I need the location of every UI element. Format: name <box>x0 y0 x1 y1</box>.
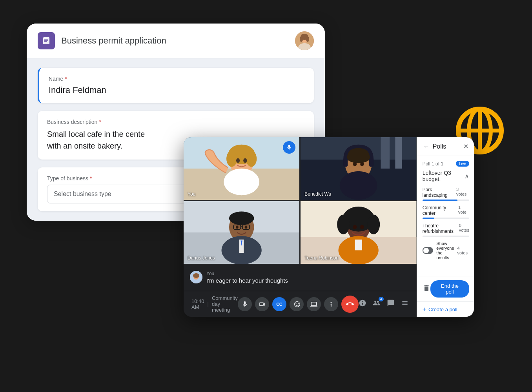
chat-message: You I'm eager to hear your thoughts <box>190 268 410 287</box>
required-indicator: * <box>65 76 67 82</box>
show-results-votes: 4 votes <box>457 246 470 255</box>
poll-bar-track-2 <box>423 218 470 219</box>
tile-label-teena: Teena Robinson <box>304 255 339 261</box>
name-label: Name * <box>49 76 304 82</box>
polls-title-row: ← Polls <box>423 143 446 150</box>
end-call-button[interactable] <box>341 296 359 313</box>
svg-point-13 <box>300 36 303 42</box>
svg-point-19 <box>226 151 237 167</box>
name-value: Indira Feldman <box>49 85 304 95</box>
svg-point-22 <box>236 158 240 163</box>
poll-number: Poll 1 of 1 <box>423 161 443 167</box>
video-tile-benedict: Benedict Wu <box>301 137 416 200</box>
poll-question: Leftover Q3 budget. ∧ <box>423 170 470 182</box>
activities-button[interactable] <box>401 299 409 309</box>
video-bottom-bar: 10:40 AM | Community day meeting <box>184 291 417 317</box>
show-results-label: Show everyone the results <box>436 241 454 260</box>
video-grid-area: You <box>184 137 417 317</box>
poll-option-2: Community center 1 vote <box>423 205 470 219</box>
svg-point-38 <box>229 212 254 225</box>
mic-button[interactable] <box>238 297 252 311</box>
chat-button[interactable] <box>387 299 395 309</box>
delete-poll-button[interactable] <box>423 284 430 294</box>
tile-label-you: You <box>188 191 195 197</box>
svg-point-23 <box>243 158 247 163</box>
end-poll-button[interactable]: End the poll <box>430 280 470 298</box>
camera-button[interactable] <box>255 297 269 311</box>
poll-bar-track-3 <box>423 236 470 237</box>
more-options-button[interactable] <box>324 297 338 311</box>
user-avatar <box>295 31 314 50</box>
polls-close-button[interactable]: ✕ <box>463 143 468 150</box>
video-tile-teena: Teena Robinson <box>301 201 416 264</box>
polls-title: Polls <box>433 143 446 150</box>
control-buttons: CC <box>238 296 359 313</box>
show-results-toggle[interactable] <box>423 247 434 254</box>
svg-rect-4 <box>43 37 49 44</box>
divider: | <box>208 301 209 307</box>
poll-option-3: Theatre refurbishments 0 votes <box>423 223 470 237</box>
captions-button[interactable]: CC <box>272 297 286 311</box>
meeting-time: 10:40 AM <box>191 298 204 310</box>
poll-bar-fill-2 <box>423 218 434 219</box>
emoji-button[interactable] <box>290 297 304 311</box>
form-header: Business permit application <box>27 24 325 58</box>
svg-point-34 <box>361 162 364 166</box>
chat-avatar <box>190 271 202 283</box>
svg-point-14 <box>306 36 309 42</box>
svg-point-51 <box>368 215 380 234</box>
name-field[interactable]: Name * Indira Feldman <box>38 68 314 103</box>
collapse-icon[interactable]: ∧ <box>465 172 469 180</box>
video-call-card: You <box>184 137 474 317</box>
svg-point-21 <box>224 169 259 195</box>
live-badge: Live <box>456 161 469 167</box>
poll-bar-fill-1 <box>423 200 458 201</box>
chat-section: You I'm eager to hear your thoughts <box>184 264 417 291</box>
svg-point-50 <box>337 215 350 234</box>
poll-meta: Poll 1 of 1 Live <box>423 161 470 167</box>
form-header-left: Business permit application <box>38 32 166 49</box>
required-indicator-3: * <box>90 175 92 181</box>
tile-label-benedict: Benedict Wu <box>304 191 331 197</box>
info-button[interactable] <box>359 299 366 309</box>
polls-content: Poll 1 of 1 Live Leftover Q3 budget. ∧ P… <box>417 156 474 276</box>
plus-icon: + <box>423 306 426 313</box>
poll-bar-track-1 <box>423 200 470 201</box>
polls-panel: ← Polls ✕ Poll 1 of 1 Live Leftover Q3 b… <box>417 137 474 317</box>
chat-message-text: I'm eager to hear your thoughts <box>206 277 410 284</box>
svg-point-55 <box>361 225 364 229</box>
svg-point-32 <box>340 171 377 200</box>
present-button[interactable] <box>307 297 321 311</box>
participant-count: 4 <box>379 297 384 301</box>
meeting-info: 10:40 AM | Community day meeting <box>191 295 238 313</box>
create-poll-row[interactable]: + Create a poll <box>417 301 474 317</box>
participants-button[interactable]: 4 <box>373 299 381 309</box>
video-grid: You <box>184 137 417 264</box>
svg-point-45 <box>245 225 248 229</box>
svg-point-44 <box>236 225 239 229</box>
tile-label-darius: Darius Jones <box>188 255 215 261</box>
svg-point-59 <box>193 273 199 278</box>
chat-sender: You <box>206 271 410 276</box>
svg-point-33 <box>353 162 357 166</box>
form-icon <box>38 32 55 49</box>
polls-back-button[interactable]: ← <box>423 143 430 150</box>
poll-option-label-1: Park landscaping 3 votes <box>423 187 470 198</box>
side-icons: 4 <box>359 299 409 309</box>
chat-content: You I'm eager to hear your thoughts <box>206 271 410 284</box>
required-indicator-2: * <box>99 119 101 125</box>
polls-actions: End the poll <box>417 276 474 301</box>
toggle-knob <box>423 248 429 253</box>
video-tile-you: You <box>184 137 299 200</box>
create-poll-label: Create a poll <box>428 307 457 312</box>
poll-option-label-2: Community center 1 vote <box>423 205 470 216</box>
select-placeholder: Select business type <box>54 191 111 198</box>
svg-point-54 <box>353 225 357 229</box>
meeting-name: Community day meeting <box>212 295 238 313</box>
svg-rect-31 <box>369 158 373 167</box>
svg-rect-30 <box>343 158 348 167</box>
polls-header: ← Polls ✕ <box>417 137 474 156</box>
poll-option-label-3: Theatre refurbishments 0 votes <box>423 223 470 234</box>
form-title: Business permit application <box>61 36 166 46</box>
poll-option-1: Park landscaping 3 votes <box>423 187 470 201</box>
